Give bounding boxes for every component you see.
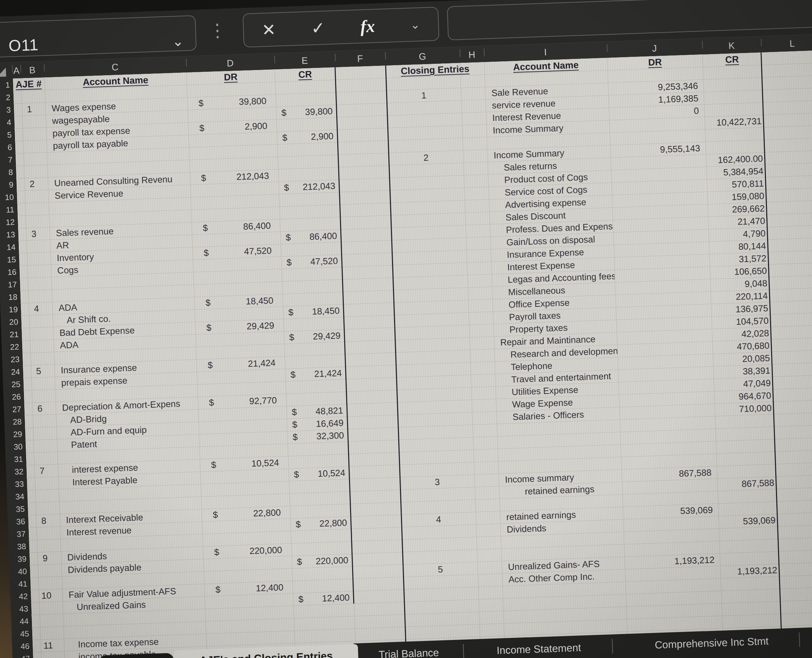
row-header[interactable]: 36 — [8, 515, 25, 528]
amount-cell[interactable]: $22,800 — [290, 516, 351, 531]
row-header[interactable]: 32 — [6, 465, 23, 478]
amount-cell[interactable]: 4,790 — [709, 227, 768, 242]
chevron-down-icon[interactable]: ⌄ — [172, 33, 184, 49]
amount-cell[interactable]: 159,080 — [707, 190, 767, 204]
amount-cell[interactable]: $39,800 — [276, 105, 337, 119]
amount-cell[interactable]: 470,680 — [712, 339, 772, 354]
row-header[interactable]: 7 — [0, 154, 13, 167]
aje-number-cell[interactable]: 4 — [20, 302, 53, 315]
row-header[interactable]: 42 — [10, 590, 28, 603]
header-cell[interactable]: CR — [274, 67, 335, 82]
row-header[interactable]: 16 — [0, 266, 17, 279]
amount-cell[interactable]: 269,662 — [708, 202, 767, 217]
aje-number-cell[interactable]: 9 — [29, 551, 61, 565]
amount-cell[interactable]: 80,144 — [709, 240, 768, 254]
amount-cell[interactable]: $32,300 — [287, 429, 348, 443]
closing-entry-number-cell[interactable]: 3 — [400, 475, 475, 489]
closing-entry-number-cell[interactable]: 1 — [386, 88, 461, 103]
row-header[interactable]: 33 — [6, 478, 24, 491]
amount-cell[interactable]: 47,049 — [713, 376, 773, 391]
aje-number-cell[interactable]: 3 — [18, 227, 50, 241]
column-header[interactable]: L — [761, 36, 812, 51]
aje-number-cell[interactable]: 1 — [13, 102, 45, 116]
aje-number-cell[interactable]: 5 — [22, 364, 55, 378]
amount-cell[interactable]: 21,470 — [708, 215, 767, 229]
amount-cell[interactable]: 220,114 — [711, 289, 770, 304]
amount-cell[interactable]: $86,400 — [280, 229, 341, 244]
row-header[interactable]: 6 — [0, 141, 12, 154]
row-header[interactable]: 20 — [1, 315, 18, 329]
closing-entry-number-cell[interactable]: 5 — [403, 562, 478, 577]
row-header[interactable]: 2 — [0, 91, 10, 104]
amount-cell[interactable]: $12,400 — [293, 591, 354, 606]
row-header[interactable]: 22 — [2, 340, 19, 354]
row-header[interactable]: 38 — [8, 540, 26, 553]
amount-cell[interactable]: 710,000 — [715, 401, 774, 416]
row-header[interactable]: 23 — [2, 353, 20, 366]
aje-number-cell[interactable]: 11 — [32, 639, 64, 652]
row-header[interactable]: 28 — [4, 415, 22, 429]
amount-cell[interactable]: 38,391 — [713, 364, 773, 379]
row-header[interactable]: 46 — [12, 640, 30, 653]
row-header[interactable]: 8 — [0, 166, 13, 179]
amount-cell[interactable]: 42,028 — [712, 327, 771, 341]
amount-cell[interactable]: $18,450 — [283, 304, 344, 319]
amount-cell[interactable]: $10,524 — [289, 466, 350, 481]
amount-cell[interactable]: $16,649 — [287, 416, 348, 431]
row-header[interactable]: 1 — [0, 79, 10, 92]
row-header[interactable]: 9 — [0, 178, 14, 191]
amount-cell[interactable]: 20,085 — [713, 351, 772, 366]
row-header[interactable]: 21 — [1, 328, 19, 341]
aje-number-cell[interactable]: 8 — [28, 514, 60, 527]
cancel-icon[interactable]: ✕ — [261, 20, 276, 39]
chevron-down-icon[interactable]: ⌄ — [410, 17, 420, 31]
select-all-corner[interactable] — [0, 67, 6, 77]
row-header[interactable]: 29 — [5, 428, 22, 441]
amount-cell[interactable]: 539,069 — [718, 514, 778, 528]
row-header[interactable]: 11 — [0, 203, 14, 216]
column-header[interactable]: H — [460, 48, 484, 62]
row-header[interactable]: 35 — [7, 503, 25, 516]
amount-cell[interactable]: 867,588 — [717, 476, 776, 491]
row-header[interactable]: 37 — [8, 528, 26, 541]
row-header[interactable]: 14 — [0, 241, 16, 254]
row-header[interactable]: 34 — [6, 490, 24, 503]
amount-cell[interactable]: $48,821 — [286, 404, 347, 418]
row-header[interactable]: 30 — [5, 440, 22, 453]
row-header[interactable]: 41 — [10, 578, 27, 591]
column-header[interactable]: A — [12, 64, 20, 78]
row-header[interactable]: 26 — [3, 390, 21, 404]
amount-cell[interactable]: 570,811 — [707, 177, 766, 192]
row-header[interactable]: 43 — [11, 603, 28, 616]
column-header[interactable]: B — [20, 63, 44, 77]
row-header[interactable]: 18 — [0, 290, 18, 304]
row-header[interactable]: 47 — [13, 652, 30, 658]
confirm-icon[interactable]: ✓ — [311, 18, 325, 38]
amount-cell[interactable]: 964,670 — [714, 389, 773, 404]
row-header[interactable]: 31 — [6, 453, 23, 466]
row-header[interactable]: 5 — [0, 128, 12, 142]
amount-cell[interactable]: 31,572 — [709, 252, 769, 266]
amount-cell[interactable]: 162,400.00 — [706, 152, 765, 167]
row-header[interactable]: 40 — [9, 565, 27, 578]
amount-cell[interactable]: 1,193,212 — [720, 564, 779, 578]
row-header[interactable]: 10 — [0, 191, 14, 204]
name-box-value[interactable]: O11 — [8, 35, 39, 55]
amount-cell[interactable]: 104,570 — [712, 314, 771, 329]
row-header[interactable]: 17 — [0, 278, 17, 291]
amount-cell[interactable]: 10,422,731 — [704, 115, 764, 129]
row-header[interactable]: 4 — [0, 116, 11, 129]
row-header[interactable]: 27 — [4, 403, 22, 416]
aje-number-cell[interactable]: 7 — [26, 464, 58, 477]
amount-cell[interactable]: 136,975 — [711, 302, 770, 316]
closing-entry-number-cell[interactable]: 2 — [388, 150, 463, 165]
column-header[interactable]: E — [274, 53, 335, 68]
name-box[interactable]: O11 ⌄ — [0, 15, 197, 58]
aje-number-cell[interactable]: 6 — [24, 402, 56, 415]
insert-function-icon[interactable]: fx — [360, 16, 375, 36]
amount-cell[interactable]: $212,043 — [278, 180, 340, 194]
row-header[interactable]: 3 — [0, 103, 11, 117]
amount-cell[interactable]: 9,048 — [710, 277, 769, 291]
row-header[interactable]: 25 — [3, 378, 20, 391]
row-header[interactable]: 44 — [11, 615, 29, 628]
